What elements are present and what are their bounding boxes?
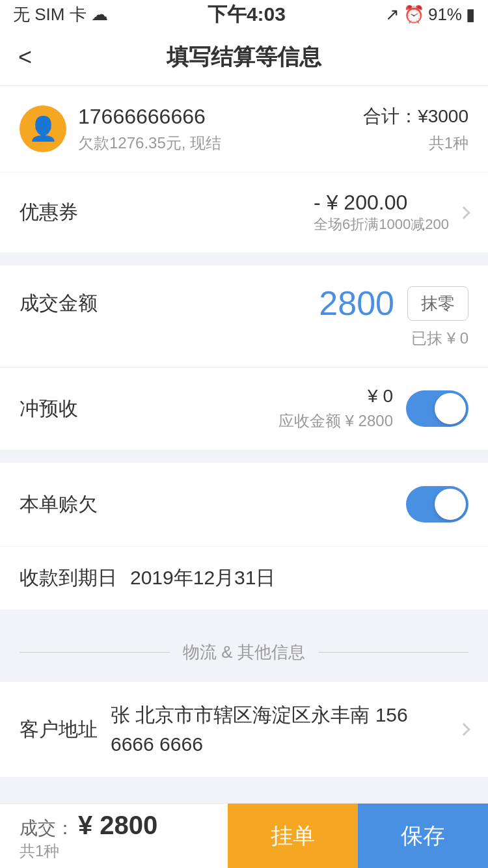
deal-row: 成交金额 2800 抹零 <box>20 284 468 323</box>
bottom-deal-label: 成交： <box>20 816 74 841</box>
logistics-divider: 物流 & 其他信息 <box>0 623 488 682</box>
customer-row: 👤 17666666666 欠款1276.35元, 现结 合计：¥3000 共1… <box>0 86 488 172</box>
sim-label: 无 SIM 卡 ☁ <box>13 3 108 26</box>
debit-label: 本单赊欠 <box>20 491 98 518</box>
toggle-knob <box>435 393 466 424</box>
save-button[interactable]: 保存 <box>358 804 488 869</box>
duedate-value: 2019年12月31日 <box>130 565 275 591</box>
chevron-right-icon <box>457 206 470 219</box>
address-value: 张 北京市市辖区海淀区永丰南 156 6666 6666 <box>111 700 453 759</box>
coupon-detail: 全场6折满1000减200 <box>314 215 449 234</box>
round-button[interactable]: 抹零 <box>407 286 468 321</box>
prereceive-sub: 应收金额 ¥ 2800 <box>278 411 393 431</box>
coupon-row[interactable]: 优惠券 - ¥ 200.00 全场6折满1000减200 <box>0 172 488 252</box>
hang-button[interactable]: 挂单 <box>228 804 358 869</box>
customer-info: 17666666666 欠款1276.35元, 现结 <box>78 105 221 154</box>
bottom-info: 成交： ¥ 2800 共1种 <box>0 811 228 861</box>
page-title: 填写结算等信息 <box>167 42 321 72</box>
nav-bar: < 填写结算等信息 <box>0 29 488 86</box>
deal-amount: 2800 <box>319 284 394 323</box>
prereceive-amounts: ¥ 0 应收金额 ¥ 2800 <box>278 386 393 431</box>
debit-toggle[interactable] <box>406 486 468 522</box>
alarm-icon: ⏰ <box>403 5 424 25</box>
customer-phone: 17666666666 <box>78 105 221 129</box>
bottom-count: 共1种 <box>20 841 208 861</box>
deal-section: 成交金额 2800 抹零 已抹 ¥ 0 冲预收 ¥ 0 应收金额 ¥ 2800 <box>0 265 488 450</box>
deal-sub: 已抹 ¥ 0 <box>20 328 468 349</box>
duedate-label: 收款到期日 <box>20 565 117 591</box>
address-section: 客户地址 张 北京市市辖区海淀区永丰南 156 6666 6666 <box>0 682 488 777</box>
prereceive-right: ¥ 0 应收金额 ¥ 2800 <box>278 386 468 431</box>
duedate-row: 收款到期日 2019年12月31日 <box>0 546 488 610</box>
divider-line-left <box>20 652 170 653</box>
divider-line-right <box>318 652 468 653</box>
coupon-right: - ¥ 200.00 全场6折满1000减200 <box>314 191 468 234</box>
avatar: 👤 <box>20 105 66 152</box>
customer-section: 👤 17666666666 欠款1276.35元, 现结 合计：¥3000 共1… <box>0 86 488 252</box>
divider-text: 物流 & 其他信息 <box>183 641 305 664</box>
location-icon: ↗ <box>385 5 400 25</box>
section-gap-2 <box>0 450 488 463</box>
back-button[interactable]: < <box>18 44 32 71</box>
customer-right: 合计：¥3000 共1种 <box>363 104 468 154</box>
customer-debt: 欠款1276.35元, 现结 <box>78 133 221 154</box>
address-chevron-icon <box>457 723 470 736</box>
debit-row: 本单赊欠 <box>0 463 488 546</box>
prereceive-main: ¥ 0 <box>278 386 393 407</box>
address-row[interactable]: 客户地址 张 北京市市辖区海淀区永丰南 156 6666 6666 <box>0 682 488 777</box>
bottom-bar: 成交： ¥ 2800 共1种 挂单 保存 <box>0 803 488 868</box>
bottom-deal-amount: ¥ 2800 <box>78 811 157 840</box>
coupon-label: 优惠券 <box>20 199 78 226</box>
status-left: 无 SIM 卡 ☁ <box>13 3 108 26</box>
total-count: 共1种 <box>363 133 468 154</box>
coupon-discount: - ¥ 200.00 <box>314 191 453 215</box>
debit-toggle-knob <box>435 489 466 520</box>
prereceive-row: 冲预收 ¥ 0 应收金额 ¥ 2800 <box>0 367 488 450</box>
prereceive-label: 冲预收 <box>20 396 78 422</box>
section-gap-1 <box>0 252 488 265</box>
debit-section: 本单赊欠 收款到期日 2019年12月31日 <box>0 463 488 610</box>
status-time: 下午4:03 <box>208 1 286 28</box>
deal-amount-row: 成交金额 2800 抹零 已抹 ¥ 0 <box>0 265 488 367</box>
section-gap-3 <box>0 610 488 623</box>
deal-label: 成交金额 <box>20 290 98 317</box>
total-amount: 合计：¥3000 <box>363 104 468 129</box>
customer-left: 👤 17666666666 欠款1276.35元, 现结 <box>20 105 221 154</box>
address-label: 客户地址 <box>20 716 98 743</box>
avatar-icon: 👤 <box>29 115 58 142</box>
status-bar: 无 SIM 卡 ☁ 下午4:03 ↗ ⏰ 91% ▮ <box>0 0 488 29</box>
battery-label: 91% <box>428 5 462 25</box>
status-right: ↗ ⏰ 91% ▮ <box>385 5 475 25</box>
deal-right: 2800 抹零 <box>319 284 468 323</box>
battery-icon: ▮ <box>466 5 475 25</box>
prereceive-toggle[interactable] <box>406 390 468 427</box>
